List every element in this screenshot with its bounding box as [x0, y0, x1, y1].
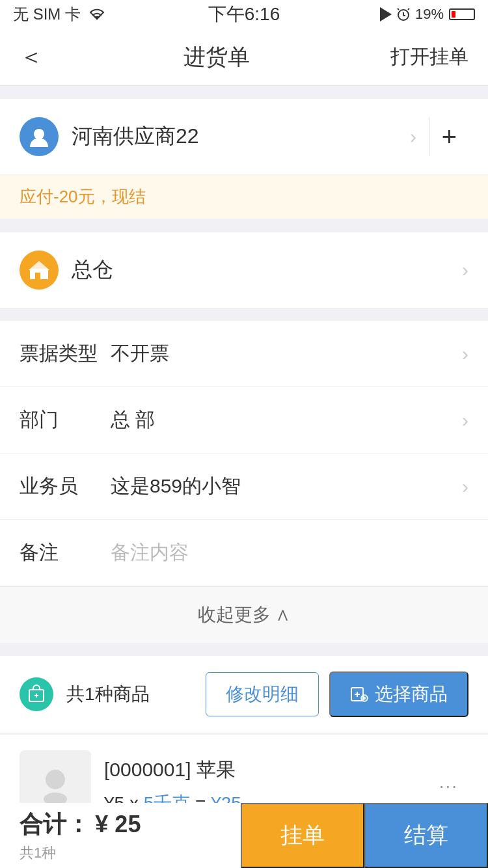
supplier-row[interactable]: 河南供应商22 › +	[0, 99, 488, 175]
department-chevron-icon: ›	[462, 409, 468, 431]
hang-button[interactable]: 挂单	[241, 803, 364, 868]
product-more-button[interactable]: ···	[429, 769, 468, 803]
supplier-notice: 应付-20元，现结	[0, 175, 488, 219]
salesman-row[interactable]: 业务员 这是859的小智 ›	[0, 454, 488, 520]
select-product-label: 选择商品	[375, 682, 448, 707]
open-hang-button[interactable]: 打开挂单	[390, 44, 468, 70]
status-left: 无 SIM 卡	[13, 4, 107, 25]
invoice-label: 票据类型	[20, 340, 98, 367]
warehouse-card: 总仓 ›	[0, 232, 488, 308]
warehouse-name: 总仓	[72, 256, 462, 284]
warehouse-row[interactable]: 总仓 ›	[0, 232, 488, 308]
svg-marker-0	[380, 7, 392, 21]
products-count: 共1种商品	[66, 682, 206, 707]
status-bar: 无 SIM 卡 下午6:16 19%	[0, 0, 488, 29]
back-button[interactable]: ＜	[20, 41, 43, 73]
bottom-bar: 合计： ¥ 25 共1种 挂单 结算	[0, 803, 488, 868]
department-row[interactable]: 部门 总 部 ›	[0, 387, 488, 454]
battery-percent: 19%	[415, 6, 444, 23]
supplier-avatar	[20, 117, 59, 156]
wifi-icon	[87, 7, 107, 21]
collapse-label: 收起更多 ∧	[198, 604, 291, 625]
salesman-value: 这是859的小智	[111, 473, 462, 500]
svg-line-5	[408, 8, 409, 10]
products-header: 共1种商品 修改明细 选择商品	[0, 656, 488, 733]
salesman-chevron-icon: ›	[462, 476, 468, 498]
carrier-label: 无 SIM 卡	[13, 4, 81, 25]
add-supplier-button[interactable]: +	[429, 117, 468, 156]
supplier-name: 河南供应商22	[72, 122, 410, 151]
svg-rect-9	[35, 273, 40, 279]
select-product-button[interactable]: 选择商品	[329, 671, 468, 717]
svg-point-6	[34, 129, 44, 139]
warehouse-chevron-icon: ›	[462, 259, 468, 281]
remark-input[interactable]: 备注内容	[111, 539, 468, 566]
checkout-button[interactable]: 结算	[364, 803, 488, 868]
total-section: 合计： ¥ 25 共1种	[0, 803, 241, 868]
remark-row[interactable]: 备注 备注内容	[0, 520, 488, 586]
svg-marker-8	[29, 261, 49, 270]
divider-3	[0, 308, 488, 321]
remark-label: 备注	[20, 539, 98, 566]
divider-4	[0, 643, 488, 656]
svg-point-19	[46, 770, 65, 789]
status-time: 下午6:16	[208, 2, 280, 27]
divider-1	[0, 86, 488, 99]
department-label: 部门	[20, 407, 98, 433]
nav-bar: ＜ 进货单 打开挂单	[0, 29, 488, 86]
total-value: ¥ 25	[95, 811, 141, 837]
total-label: 合计：	[20, 811, 90, 837]
total-amount: 合计： ¥ 25	[20, 809, 221, 841]
invoice-row[interactable]: 票据类型 不开票 ›	[0, 321, 488, 387]
divider-2	[0, 219, 488, 232]
invoice-chevron-icon: ›	[462, 343, 468, 365]
supplier-chevron-icon: ›	[410, 126, 416, 148]
page-title: 进货单	[183, 42, 250, 72]
status-right: 19%	[380, 6, 475, 23]
collapse-bar[interactable]: 收起更多 ∧	[0, 586, 488, 643]
products-icon	[20, 677, 53, 711]
warehouse-icon	[20, 251, 59, 290]
product-name: [0000001] 苹果	[104, 757, 429, 783]
supplier-card: 河南供应商22 › + 应付-20元，现结	[0, 99, 488, 219]
location-icon	[380, 7, 392, 21]
select-product-icon	[350, 685, 368, 703]
alarm-icon	[397, 7, 410, 21]
invoice-value: 不开票	[111, 340, 462, 367]
salesman-label: 业务员	[20, 473, 98, 500]
battery-icon	[449, 8, 475, 20]
total-count: 共1种	[20, 843, 221, 863]
edit-detail-button[interactable]: 修改明细	[206, 672, 319, 716]
product-placeholder-icon: 智+	[33, 763, 78, 809]
product-id: [0000001] 苹果	[104, 759, 236, 780]
svg-line-4	[398, 8, 399, 10]
form-card: 票据类型 不开票 › 部门 总 部 › 业务员 这是859的小智 › 备注 备注…	[0, 321, 488, 586]
department-value: 总 部	[111, 407, 462, 433]
